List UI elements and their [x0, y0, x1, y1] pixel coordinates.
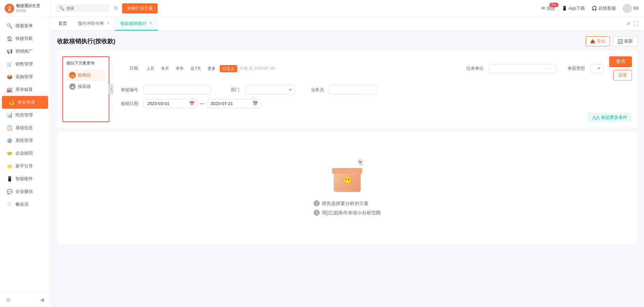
receipt-icon: 💳: [69, 72, 76, 79]
sidebar-item-wechat[interactable]: 💬企业微信: [0, 185, 50, 198]
tab-advance-payment[interactable]: 预付冲应付单 ✕: [72, 17, 115, 31]
logo-sub: 标准版: [16, 8, 40, 13]
finance-icon: 💰: [8, 100, 15, 105]
wechat-icon: 💬: [6, 189, 13, 194]
online-service-btn[interactable]: 🎧 在线客服: [592, 5, 616, 11]
filter-sidebar: 按以下方案查询 💳 按收款 ⏰ 按应收 《: [62, 56, 109, 122]
sidebar-item-member[interactable]: ♡畅会员: [0, 198, 50, 211]
collapse-more-btn[interactable]: ⋀⋀ 收起更多条件: [588, 113, 632, 122]
expand-icon[interactable]: ⛶: [633, 21, 639, 27]
date-filter-value: 上月 本月 本年 近7天 更多 自定义 不限 至 2023-07-26: [144, 65, 455, 72]
date-tab-this-year[interactable]: 本年: [173, 65, 186, 72]
settings-btn[interactable]: 设置: [613, 70, 632, 81]
sidebar-item-marketing[interactable]: 📢营销推广: [0, 45, 50, 58]
app-download-btn[interactable]: 📱 App下载: [562, 5, 585, 11]
empty-illustration: 😶 👻: [327, 158, 367, 192]
date-tab-more[interactable]: 更多: [205, 65, 218, 72]
quick-nav-icon: 🏠: [6, 36, 13, 41]
date-label: 日期: [115, 65, 138, 71]
doc-number-label: 单据编号: [115, 87, 138, 93]
date-tab-last-month[interactable]: 上月: [144, 65, 157, 72]
tabbar: 首页 预付冲应付单 ✕ 收款核销执行 ✕ ✕ ⛶: [50, 17, 644, 31]
filter-actions: 查询 设置: [609, 56, 632, 81]
logo-icon: 🐰: [5, 4, 14, 13]
sidebar-item-label: 企业微信: [15, 189, 33, 195]
sidebar-item-label: 资金管理: [17, 99, 35, 105]
calendar-icon-start[interactable]: 📅: [189, 101, 195, 106]
sidebar-item-label: 系统管理: [15, 138, 33, 144]
offset-start-wrapper: 📅: [144, 99, 197, 108]
avatar: [623, 4, 632, 13]
sidebar-item-search-menu[interactable]: 🔍搜索菜单: [0, 19, 50, 32]
sidebar-item-business[interactable]: 📊经营管理: [0, 109, 50, 121]
gear-icon[interactable]: ⚙: [113, 5, 118, 11]
search-icon: 🔍: [59, 6, 64, 11]
tab-receipt-offset-close[interactable]: ✕: [149, 21, 152, 25]
refresh-btn[interactable]: 🔄 刷新: [613, 36, 637, 46]
chevron-up-icon: ⋀⋀: [592, 115, 600, 120]
tab-home[interactable]: 首页: [53, 17, 72, 31]
sidebar-item-system[interactable]: ⚙️系统管理: [0, 134, 50, 147]
purchase-icon: 📦: [6, 74, 13, 80]
business-icon: 📊: [6, 112, 13, 118]
doc-type-select[interactable]: [590, 64, 604, 73]
tab-receipt-offset[interactable]: 收款核销执行 ✕: [115, 17, 158, 31]
partner-label: 往来单位: [460, 65, 484, 71]
collapse-more-row: ⋀⋀ 收起更多条件: [115, 113, 632, 122]
doc-number-input[interactable]: [144, 85, 211, 94]
sidebar-item-quick-nav[interactable]: 🏠快捷导航: [0, 32, 50, 45]
tab-bar-actions: ✕ ⛶: [626, 17, 641, 31]
date-tab-7days[interactable]: 近7天: [188, 65, 204, 72]
enterprise-icon: 🤝: [6, 151, 13, 156]
page-title: 收款核销执行(按收款): [57, 37, 115, 45]
refresh-icon: 🔄: [618, 39, 623, 44]
dept-select[interactable]: [245, 85, 295, 94]
sidebar-item-purchase[interactable]: 📦采购管理: [0, 70, 50, 83]
receivable-icon: ⏰: [69, 83, 76, 90]
filter-option-by-receipt[interactable]: 💳 按收款: [66, 69, 105, 81]
export-icon: 📤: [590, 39, 595, 44]
sidebar-item-inventory[interactable]: 🏭库存核算: [0, 83, 50, 96]
sidebar-item-label: 基础信息: [15, 125, 33, 131]
content-body: 😶 👻 1 请先选择要分析的方案 2 用[过滤]条件来缩小分析范围: [57, 132, 637, 244]
inventory-icon: 🏭: [6, 87, 13, 92]
filter-option-by-receivable[interactable]: ⏰ 按应收: [66, 81, 105, 92]
date-no-limit-info: 不限 至 2023-07-26: [240, 66, 275, 71]
sidebar-item-label: 经营管理: [15, 112, 33, 118]
topbar-search-box[interactable]: 🔍: [56, 4, 109, 12]
sidebar-bottom: ⚙ ◀: [0, 292, 50, 307]
staff-input[interactable]: ···: [329, 85, 376, 94]
sidebar-item-hardware[interactable]: 📱智能硬件: [0, 172, 50, 185]
sidebar-item-guide[interactable]: 🌟新手引导: [0, 160, 50, 172]
filter-row-docnum: 单据编号 部门 业务员 ···: [115, 85, 632, 94]
user-profile[interactable]: Rit: [623, 4, 639, 13]
sidebar-item-sales[interactable]: 🛒销售管理: [0, 58, 50, 70]
date-range-sep: —: [200, 101, 204, 106]
sidebar-nav: 🔍搜索菜单🏠快捷导航📢营销推广🛒销售管理📦采购管理🏭库存核算💰资金管理📊经营管理…: [0, 17, 50, 292]
collapse-sidebar-icon[interactable]: ◀: [40, 297, 44, 303]
filter-form: 日期 上月 本月 本年 近7天 更多 自定义 不限 至: [115, 56, 632, 122]
empty-tip-1: 1 请先选择要分析的方案: [314, 199, 381, 208]
topbar-left: 🔍 ⚙ 休验行业方案: [56, 3, 158, 13]
sidebar-item-finance[interactable]: 💰资金管理: [2, 96, 48, 109]
date-tab-custom[interactable]: 自定义: [220, 65, 237, 72]
sidebar-item-basic-info[interactable]: 📋基础信息: [0, 121, 50, 134]
sidebar-item-label: 搜索菜单: [15, 23, 33, 29]
hardware-icon: 📱: [6, 176, 13, 182]
tab-advance-payment-close[interactable]: ✕: [107, 21, 110, 25]
date-tab-this-month[interactable]: 本月: [158, 65, 172, 72]
calendar-icon-end[interactable]: 📅: [253, 101, 258, 106]
settings-icon[interactable]: ⚙: [6, 297, 11, 303]
close-tab-icon[interactable]: ✕: [626, 20, 631, 27]
query-btn[interactable]: 查询: [609, 56, 632, 67]
doc-type-label: 单据类型: [561, 65, 585, 71]
sidebar-item-enterprise[interactable]: 🤝企业协同: [0, 147, 50, 160]
search-input[interactable]: [66, 6, 106, 11]
export-btn[interactable]: 📤 导出: [586, 36, 610, 46]
partner-input[interactable]: ···: [489, 64, 556, 73]
industry-btn[interactable]: 休验行业方案: [122, 3, 158, 13]
sales-icon: 🛒: [6, 61, 13, 67]
filter-sidebar-title: 按以下方案查询: [66, 60, 105, 66]
message-btn[interactable]: ✉ 消息 99+: [541, 5, 555, 11]
sidebar-collapse-btn[interactable]: 《: [108, 84, 113, 95]
